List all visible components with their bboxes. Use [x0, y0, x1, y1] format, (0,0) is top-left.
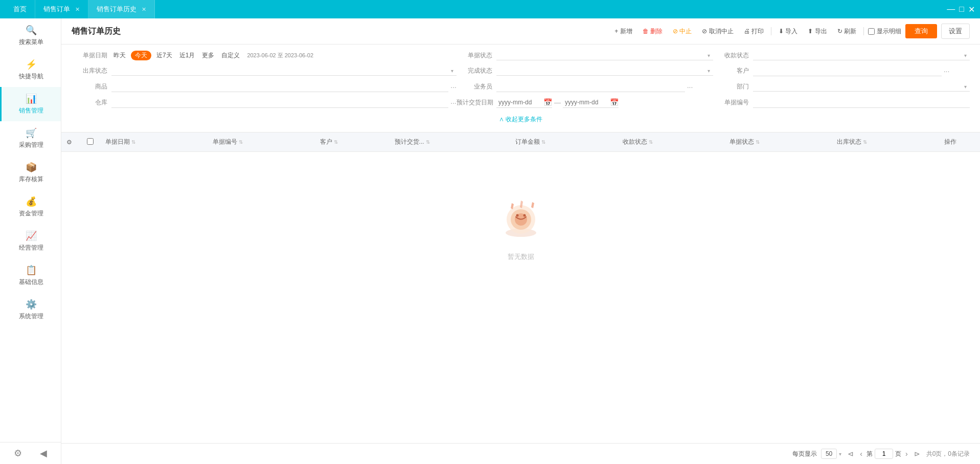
th-checkbox[interactable]: [82, 132, 100, 152]
export-btn[interactable]: ⬆ 导出: [805, 26, 830, 37]
sidebar-item-finance[interactable]: 💰 资金管理: [0, 190, 61, 224]
new-btn[interactable]: + 新增: [611, 26, 635, 37]
date-tab-custom[interactable]: 自定义: [219, 51, 242, 60]
window-close-btn[interactable]: ✕: [968, 5, 975, 14]
window-controls: — □ ✕: [947, 5, 975, 14]
sidebar-item-operations[interactable]: 📈 经营管理: [0, 224, 61, 258]
filter-customer: 客户 ···: [713, 65, 970, 76]
shipment-status-select[interactable]: ▾: [111, 67, 457, 76]
filter-area: 单据日期 昨天 今天 近7天 近1月 更多 自定义 2023-06-02 至 2…: [61, 45, 980, 132]
department-select[interactable]: ▾: [753, 82, 970, 92]
th-shipment-status-label: 出库状态: [837, 138, 861, 146]
order-status-select[interactable]: ▾: [496, 51, 713, 60]
shipment-status-label: 出库状态: [72, 67, 107, 75]
tab-sales-order-close[interactable]: ✕: [75, 6, 80, 13]
setting-btn[interactable]: 设置: [941, 24, 970, 39]
last-page-btn[interactable]: ⊳: [912, 449, 922, 459]
filter-product: 商品 ···: [72, 81, 457, 92]
pagination: 每页显示 50 ▾ ⊲ ‹ 第 页 › ⊳ 共0页，0条记录: [61, 443, 980, 464]
salesperson-input[interactable]: [496, 81, 685, 92]
sidebar-item-sales-mgmt[interactable]: 📊 销售管理: [0, 87, 61, 121]
tab-sales-order[interactable]: 销售订单 ✕: [35, 0, 88, 18]
warehouse-input[interactable]: [111, 97, 448, 108]
maximize-btn[interactable]: □: [959, 5, 964, 14]
empty-state: 暂无数据: [61, 152, 980, 302]
th-number[interactable]: 单据编号⇅: [208, 132, 315, 152]
order-number-label: 单据编号: [713, 98, 749, 107]
order-status-arrow: ▾: [708, 53, 710, 58]
date-tab-yesterday[interactable]: 昨天: [111, 51, 128, 60]
sidebar-item-quick-nav[interactable]: ⚡ 快捷导航: [0, 53, 61, 87]
data-table: ⚙ 单据日期⇅ 单据编号⇅ 客户⇅ 预计交货...⇅: [61, 132, 980, 152]
delivery-date-end[interactable]: [563, 97, 608, 107]
delivery-date-start-cal[interactable]: 📅: [543, 98, 552, 106]
sidebar-item-search-menu[interactable]: 🔍 搜索菜单: [0, 18, 61, 53]
filter-salesperson: 业务员 ···: [457, 81, 713, 92]
th-date[interactable]: 单据日期⇅: [100, 132, 208, 152]
import-btn[interactable]: ⬇ 导入: [776, 26, 801, 37]
warehouse-more-btn[interactable]: ···: [450, 99, 457, 107]
customer-more-btn[interactable]: ···: [944, 67, 950, 75]
delete-btn[interactable]: 🗑 删除: [640, 26, 666, 37]
page-number-input[interactable]: [875, 449, 893, 459]
th-customer[interactable]: 客户⇅: [315, 132, 390, 152]
system-mgmt-icon: ⚙️: [26, 299, 37, 310]
first-page-btn[interactable]: ⊲: [846, 449, 856, 459]
th-settings[interactable]: ⚙: [61, 132, 82, 152]
empty-text: 暂无数据: [508, 252, 534, 261]
filter-row-1: 单据日期 昨天 今天 近7天 近1月 更多 自定义 2023-06-02 至 2…: [72, 51, 970, 60]
th-order-status[interactable]: 单据状态⇅: [724, 132, 832, 152]
date-tabs-group: 昨天 今天 近7天 近1月 更多 自定义 2023-06-02 至 2023-0…: [111, 51, 457, 60]
product-more-btn[interactable]: ···: [450, 83, 457, 91]
minimize-btn[interactable]: —: [947, 5, 955, 14]
next-page-btn[interactable]: ›: [903, 449, 910, 459]
svg-point-4: [516, 214, 518, 217]
th-expected-delivery[interactable]: 预计交货...⇅: [390, 132, 510, 152]
prev-page-btn[interactable]: ‹: [858, 449, 864, 459]
query-btn[interactable]: 查询: [905, 24, 937, 38]
divider1: [771, 27, 771, 35]
department-arrow: ▾: [964, 84, 967, 90]
sidebar-collapse-btn[interactable]: ◀: [40, 448, 47, 459]
collapse-bar[interactable]: ∧ 收起更多条件: [72, 113, 970, 126]
sidebar-item-system-mgmt[interactable]: ⚙️ 系统管理: [0, 293, 61, 327]
salesperson-more-btn[interactable]: ···: [687, 83, 693, 91]
refresh-btn[interactable]: ↻ 刷新: [834, 26, 859, 37]
select-all-checkbox[interactable]: [87, 138, 94, 145]
date-tab-7days[interactable]: 近7天: [154, 51, 174, 60]
sidebar-item-basic-info[interactable]: 📋 基础信息: [0, 258, 61, 293]
stop-btn[interactable]: ⊘ 中止: [670, 26, 695, 37]
sidebar-bottom: ⚙ ◀: [0, 442, 61, 464]
show-detail-checkbox[interactable]: 显示明细: [868, 27, 901, 36]
page-size-select[interactable]: 50 ▾: [821, 449, 841, 459]
order-number-input[interactable]: [753, 97, 970, 108]
sidebar-item-inventory[interactable]: 📦 库存核算: [0, 156, 61, 190]
page-header: 销售订单历史 + 新增 🗑 删除 ⊘ 中止 ⊘ 取消中止 🖨 打印 ⬇ 导入 ⬆…: [61, 18, 980, 45]
print-btn[interactable]: 🖨 打印: [741, 26, 767, 37]
th-amount[interactable]: 订单金额⇅: [510, 132, 618, 152]
tab-sales-order-history[interactable]: 销售订单历史 ✕: [88, 0, 155, 18]
customer-input[interactable]: [753, 65, 942, 76]
cancel-stop-btn[interactable]: ⊘ 取消中止: [699, 26, 736, 37]
date-tab-1month[interactable]: 近1月: [177, 51, 197, 60]
delivery-date-start[interactable]: [496, 97, 541, 107]
show-detail-input[interactable]: [868, 28, 875, 35]
delivery-date-end-cal[interactable]: 📅: [610, 98, 619, 106]
product-input[interactable]: [111, 81, 448, 92]
th-payment-status[interactable]: 收款状态⇅: [618, 132, 725, 152]
sidebar-item-basic-info-label: 基础信息: [19, 278, 43, 286]
customer-label: 客户: [713, 67, 749, 75]
filter-order-status: 单据状态 ▾: [457, 51, 713, 60]
date-tab-today[interactable]: 今天: [131, 51, 151, 60]
filter-shipment-status: 出库状态 ▾: [72, 67, 457, 76]
basic-info-icon: 📋: [26, 264, 37, 276]
completion-status-select[interactable]: ▾: [496, 67, 713, 76]
sidebar-item-purchase-mgmt[interactable]: 🛒 采购管理: [0, 121, 61, 156]
tab-home[interactable]: 首页: [5, 0, 35, 18]
sidebar-settings-btn[interactable]: ⚙: [14, 448, 22, 459]
th-shipment-status[interactable]: 出库状态⇅: [832, 132, 939, 152]
tab-sales-order-history-close[interactable]: ✕: [142, 6, 146, 13]
table-header-row: ⚙ 单据日期⇅ 单据编号⇅ 客户⇅ 预计交货...⇅: [61, 132, 980, 152]
payment-status-select[interactable]: ▾: [753, 51, 970, 60]
date-tab-more[interactable]: 更多: [200, 51, 216, 60]
